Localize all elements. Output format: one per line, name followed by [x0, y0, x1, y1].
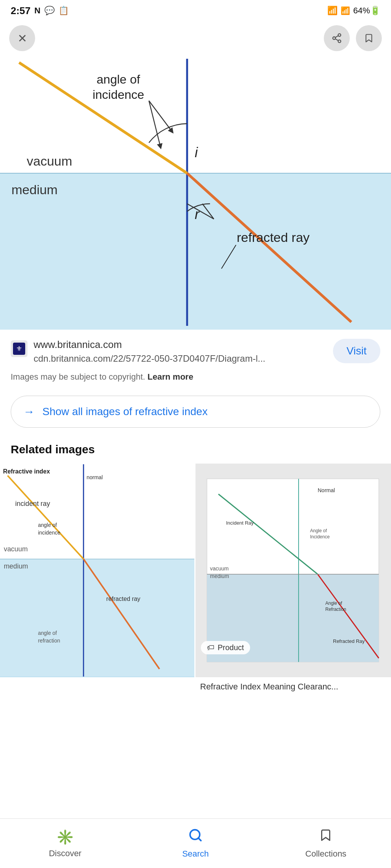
svg-text:incident ray: incident ray [15, 500, 50, 507]
status-bar: 2:57 N 💬 📋 📶 📶 64%🔋 [0, 0, 391, 21]
nav-collections-label: Collections [305, 849, 347, 859]
bookmark-button[interactable] [356, 25, 382, 51]
copyright-text: Images may be subject to copyright. [11, 372, 145, 382]
related-header: Related images [0, 439, 391, 464]
copyright-notice: Images may be subject to copyright. Lear… [0, 369, 391, 390]
svg-text:vacuum: vacuum [4, 545, 28, 553]
arrow-icon: → [23, 405, 35, 418]
source-details: ⚜ www.britannica.com cdn.britannica.com/… [11, 339, 333, 365]
svg-text:Angle of: Angle of [325, 601, 343, 606]
source-text: www.britannica.com cdn.britannica.com/22… [34, 339, 265, 365]
top-controls: ✕ [0, 21, 391, 55]
chat-icon: 💬 [44, 6, 55, 16]
show-all-button[interactable]: → Show all images of refractive index [11, 396, 380, 428]
battery-icon: 64%🔋 [353, 6, 380, 16]
show-all-text: Show all images of refractive index [42, 406, 208, 418]
svg-text:Normal: Normal [318, 487, 335, 493]
svg-line-3 [335, 39, 338, 41]
screen-icon: 📋 [58, 6, 69, 16]
learn-more-link[interactable]: Learn more [147, 372, 193, 382]
tag-icon: 🏷 [207, 643, 215, 652]
close-button[interactable]: ✕ [9, 25, 35, 51]
related-grid: incident ray angle of incidence vacuum m… [0, 464, 391, 699]
collections-icon [319, 828, 333, 846]
related-item-1[interactable]: incident ray angle of incidence vacuum m… [0, 464, 196, 699]
svg-text:Angle of: Angle of [310, 528, 327, 533]
svg-line-58 [198, 838, 201, 841]
svg-text:refracted ray: refracted ray [237, 230, 310, 245]
svg-text:angle of: angle of [38, 630, 57, 636]
nav-search-label: Search [182, 849, 209, 859]
svg-text:medium: medium [4, 562, 28, 570]
source-domain: www.britannica.com [34, 339, 265, 351]
nav-collections[interactable]: Collections [261, 828, 391, 859]
status-right-icons: 📶 📶 64%🔋 [327, 6, 380, 16]
related-image-1: incident ray angle of incidence vacuum m… [0, 464, 194, 677]
source-info: ⚜ www.britannica.com cdn.britannica.com/… [0, 330, 391, 369]
share-button[interactable] [324, 25, 350, 51]
svg-text:normal: normal [87, 474, 103, 480]
time-display: 2:57 [11, 5, 31, 17]
diagram-svg: i r angle of incidence vacuum medium ref… [0, 55, 391, 330]
svg-text:i: i [195, 145, 198, 160]
svg-line-4 [335, 36, 338, 38]
svg-text:angle of: angle of [38, 522, 57, 528]
main-diagram: i r angle of incidence vacuum medium ref… [0, 55, 391, 330]
product-tag: 🏷 Product [201, 641, 250, 654]
related-caption-1 [0, 677, 194, 687]
signal-bars-icon: 📶 [341, 6, 350, 15]
svg-text:incidence: incidence [92, 88, 144, 101]
related-caption-2: Refractive Index Meaning Clearanc... [196, 677, 391, 699]
svg-text:⚜: ⚜ [16, 345, 22, 353]
svg-text:refraction: refraction [38, 637, 60, 643]
svg-text:angle of: angle of [97, 72, 140, 86]
visit-button[interactable]: Visit [333, 339, 380, 363]
nav-discover-label: Discover [49, 849, 82, 858]
related-image-2: Normal Incident Ray Angle of Incidence v… [196, 464, 391, 677]
wifi-icon: 📶 [327, 6, 338, 16]
svg-text:Refracted Ray: Refracted Ray [333, 638, 365, 644]
status-time: 2:57 N 💬 📋 [11, 5, 69, 17]
nav-discover[interactable]: ✳️ Discover [0, 829, 130, 858]
svg-text:refracted ray: refracted ray [106, 595, 140, 602]
svg-text:Incident Ray: Incident Ray [226, 520, 254, 526]
svg-text:Refraction: Refraction [325, 607, 346, 612]
product-tag-label: Product [218, 643, 244, 652]
related-item-2[interactable]: Normal Incident Ray Angle of Incidence v… [196, 464, 391, 699]
bottom-nav: ✳️ Discover Search Collections [0, 818, 391, 868]
svg-text:medium: medium [11, 182, 58, 197]
related-diagram-1: incident ray angle of incidence vacuum m… [0, 464, 194, 677]
svg-rect-26 [0, 559, 194, 676]
source-path: cdn.britannica.com/22/57722-050-37D0407F… [34, 352, 265, 365]
signal-icon: N [34, 6, 40, 16]
favicon: ⚜ [11, 340, 27, 357]
action-buttons [324, 25, 382, 51]
svg-text:Incidence: Incidence [310, 534, 330, 539]
discover-icon: ✳️ [56, 829, 74, 845]
svg-text:Refractive index: Refractive index [3, 468, 50, 474]
svg-text:vacuum: vacuum [27, 154, 72, 168]
search-icon [188, 828, 203, 846]
svg-text:vacuum: vacuum [210, 565, 229, 572]
nav-search[interactable]: Search [130, 828, 260, 859]
svg-text:incidence: incidence [38, 529, 60, 535]
